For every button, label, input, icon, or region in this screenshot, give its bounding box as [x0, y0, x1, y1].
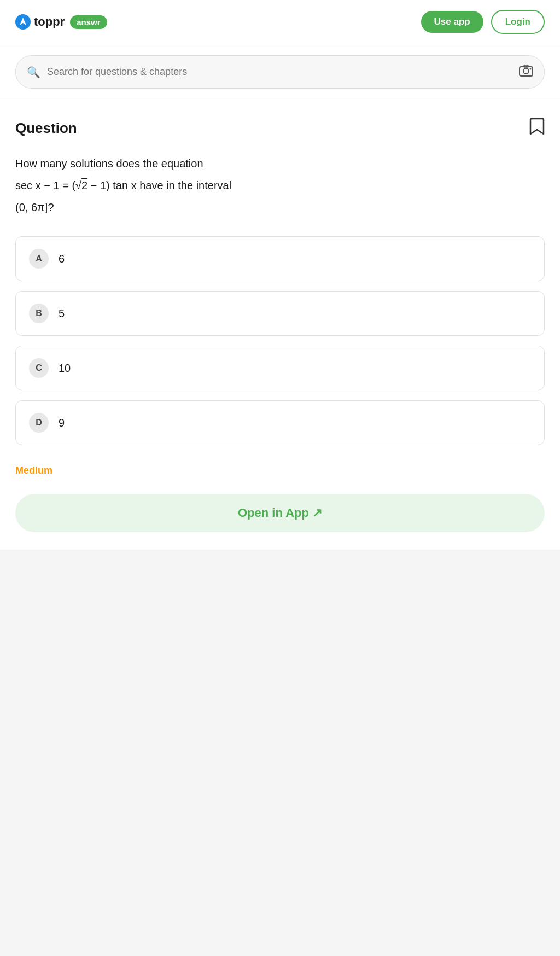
option-d[interactable]: D 9	[15, 400, 545, 445]
question-body: How many solutions does the equation sec…	[15, 154, 545, 217]
question-math-line: sec x − 1 = (√2 − 1) tan x have in the i…	[15, 176, 545, 195]
question-label: Question	[15, 120, 77, 137]
option-c-label: C	[29, 358, 49, 378]
option-d-label: D	[29, 413, 49, 433]
option-b[interactable]: B 5	[15, 291, 545, 336]
search-icon: 🔍	[27, 66, 40, 79]
search-section: 🔍	[0, 44, 560, 100]
header-left: toppr answr	[15, 14, 107, 30]
difficulty-badge: Medium	[15, 465, 545, 476]
login-button[interactable]: Login	[491, 10, 545, 34]
search-input[interactable]	[47, 66, 512, 78]
bookmark-icon[interactable]	[529, 118, 545, 139]
toppr-logo: toppr	[15, 14, 65, 30]
header-right: Use app Login	[421, 10, 545, 34]
header: toppr answr Use app Login	[0, 0, 560, 44]
question-text-line3: (0, 6π]?	[15, 198, 545, 217]
option-a-value: 6	[59, 253, 65, 265]
main-content: Question How many solutions does the equ…	[0, 100, 560, 550]
option-a-label: A	[29, 249, 49, 269]
option-b-value: 5	[59, 307, 65, 320]
option-d-value: 9	[59, 417, 65, 429]
question-header: Question	[15, 118, 545, 139]
open-in-app-button[interactable]: Open in App ↗	[15, 494, 545, 532]
brand-name: toppr	[34, 15, 65, 29]
options-list: A 6 B 5 C 10 D 9	[15, 236, 545, 445]
svg-point-5	[530, 68, 532, 70]
camera-icon[interactable]	[519, 63, 533, 80]
toppr-arrow-icon	[15, 14, 31, 30]
option-c-value: 10	[59, 362, 71, 375]
answr-badge: answr	[70, 15, 107, 29]
search-bar: 🔍	[15, 55, 545, 89]
option-b-label: B	[29, 304, 49, 323]
option-c[interactable]: C 10	[15, 346, 545, 390]
use-app-button[interactable]: Use app	[421, 11, 483, 33]
svg-point-3	[523, 68, 529, 74]
question-text-line1: How many solutions does the equation	[15, 158, 203, 170]
option-a[interactable]: A 6	[15, 236, 545, 281]
